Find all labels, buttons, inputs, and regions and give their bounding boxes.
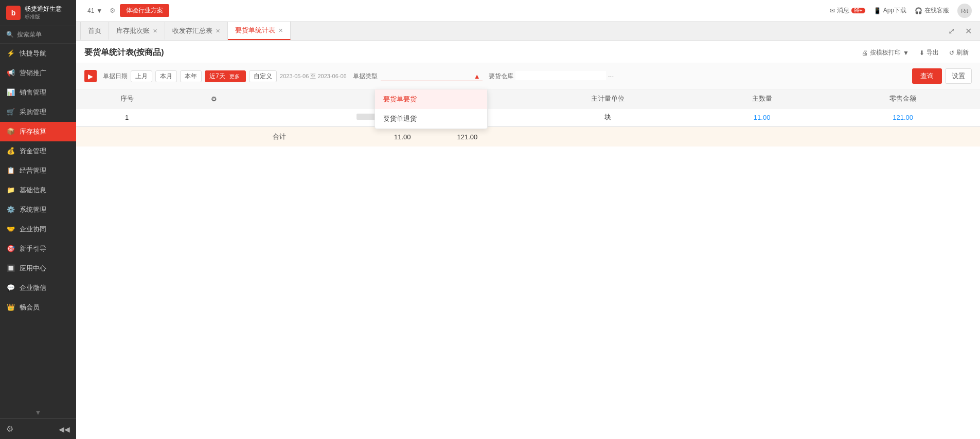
filter-type-label: 单据类型 <box>353 72 378 81</box>
query-button[interactable]: 查询 <box>912 68 942 84</box>
dropdown-item-label: 要货单要货 <box>383 95 417 103</box>
sidebar-item-marketing[interactable]: 📢 营销推广 <box>0 63 76 83</box>
sidebar-item-guide[interactable]: 🎯 新手引导 <box>0 239 76 259</box>
col-settings[interactable]: ⚙ <box>177 89 251 108</box>
tab-inventory-batch-close[interactable]: ✕ <box>153 28 157 34</box>
settings-button[interactable]: 设置 <box>945 68 972 84</box>
finance-icon: 💰 <box>6 147 15 156</box>
brand-sub: 标准版 <box>25 13 62 21</box>
messages-label: 消息 <box>837 6 849 15</box>
sidebar-item-operations[interactable]: 📋 经营管理 <box>0 161 76 180</box>
footer-amount: 121.00 <box>426 133 478 141</box>
sidebar-item-quick-nav[interactable]: ⚡ 快捷导航 <box>0 44 76 63</box>
topbar-settings-icon[interactable]: ⚙ <box>110 7 116 14</box>
marketing-icon: 📢 <box>6 68 15 78</box>
tab-order-stats[interactable]: 要货单统计表 ✕ <box>228 22 291 40</box>
trial-button[interactable]: 体验行业方案 <box>120 4 169 17</box>
tab-receipt-summary[interactable]: 收发存汇总表 ✕ <box>165 22 228 40</box>
sidebar-item-enterprise[interactable]: 🤝 企业协同 <box>0 220 76 239</box>
filter-type-input[interactable] <box>381 71 483 81</box>
filter-custom-btn[interactable]: 自定义 <box>249 70 277 82</box>
sidebar-item-inventory[interactable]: 📦 库存核算 <box>0 122 76 141</box>
data-table: 序号 ⚙ 商品 主计量单位 主数量 零售金额 1 <box>76 89 980 126</box>
sidebar-footer: ⚙ ◀◀ <box>0 418 76 439</box>
sidebar-item-purchase[interactable]: 🛒 采购管理 <box>0 102 76 122</box>
filter-warehouse-more[interactable]: ··· <box>608 72 614 80</box>
brand-name: 畅捷通好生意 <box>25 5 62 13</box>
scroll-indicator: ▼ <box>0 407 76 418</box>
sidebar-item-system[interactable]: ⚙️ 系统管理 <box>0 200 76 220</box>
sidebar-item-label: 畅会员 <box>20 303 40 312</box>
sales-icon: 📊 <box>6 88 15 97</box>
app-center-icon: 🔲 <box>6 264 15 273</box>
sidebar-settings-btn[interactable]: ⚙ <box>6 424 13 434</box>
filter-last-month-btn[interactable]: 上月 <box>131 70 152 82</box>
filter-date-group: 单据日期 上月 本月 本年 近7天 更多 自定义 2023-05-06 至 20… <box>103 70 347 82</box>
tab-close-all-btn[interactable]: ✕ <box>961 24 976 38</box>
app-download-label: App下载 <box>883 6 906 15</box>
table-wrapper: 序号 ⚙ 商品 主计量单位 主数量 零售金额 1 <box>76 89 980 126</box>
filter-warehouse-group: 要货仓库 ··· <box>489 71 614 81</box>
sidebar-collapse-btn[interactable]: ◀◀ <box>59 425 70 433</box>
amount-link[interactable]: 121.00 <box>893 114 913 121</box>
basic-info-icon: 📁 <box>6 186 15 195</box>
tab-expand-btn[interactable]: ⤢ <box>944 24 959 38</box>
dropdown-item-order-return[interactable]: 要货单退货 <box>375 109 487 129</box>
quantity-link[interactable]: 11.00 <box>754 114 771 121</box>
filter-bar: ▶ 单据日期 上月 本月 本年 近7天 更多 自定义 2023-05-06 至 … <box>76 63 980 89</box>
sidebar-item-member[interactable]: 👑 畅会员 <box>0 298 76 317</box>
filter-warehouse-input[interactable] <box>515 71 606 81</box>
refresh-btn[interactable]: ↺ 刷新 <box>946 47 972 59</box>
sidebar-item-label: 企业微信 <box>20 283 46 292</box>
filter-this-year-btn[interactable]: 本年 <box>180 70 202 82</box>
online-service-btn[interactable]: 🎧 在线客服 <box>915 6 949 15</box>
inventory-icon: 📦 <box>6 127 15 136</box>
export-label: 导出 <box>926 48 939 57</box>
table-header: 序号 ⚙ 商品 主计量单位 主数量 零售金额 <box>76 89 980 108</box>
tab-home[interactable]: 首页 <box>80 22 109 40</box>
sidebar-item-app-center[interactable]: 🔲 应用中心 <box>0 259 76 278</box>
tab-order-stats-close[interactable]: ✕ <box>278 27 283 34</box>
cell-settings <box>177 108 251 126</box>
sidebar-item-sales[interactable]: 📊 销售管理 <box>0 83 76 102</box>
filter-type-select-wrapper: ▲ <box>381 71 483 81</box>
dropdown-item-label: 要货单退货 <box>383 115 417 122</box>
export-btn[interactable]: ⬇ 导出 <box>916 47 942 59</box>
print-template-btn[interactable]: 🖨 按模板打印 ▼ <box>859 47 912 59</box>
chevron-down-icon: ▼ <box>903 49 909 57</box>
filter-last-7-days-btn[interactable]: 近7天 更多 <box>205 70 246 82</box>
tabs-bar: 首页 库存批次账 ✕ 收发存汇总表 ✕ 要货单统计表 ✕ ⤢ ✕ <box>76 22 980 41</box>
filter-date-range: 2023-05-06 至 2023-06-06 <box>280 72 347 80</box>
tab-actions: ⤢ ✕ <box>944 24 976 38</box>
table-footer: 合计 11.00 121.00 <box>76 126 980 147</box>
search-label: 搜索菜单 <box>17 30 42 39</box>
sidebar-item-label: 应用中心 <box>20 264 46 273</box>
operations-icon: 📋 <box>6 166 15 175</box>
col-amount: 零售金额 <box>826 89 980 108</box>
filter-this-month-btn[interactable]: 本月 <box>155 70 177 82</box>
tab-receipt-summary-close[interactable]: ✕ <box>216 28 220 34</box>
app-download-btn[interactable]: 📱 App下载 <box>874 6 906 15</box>
main-content: 41 ▼ ⚙ 体验行业方案 ✉ 消息 99+ 📱 App下载 🎧 在线客服 Ri… <box>76 0 980 439</box>
purchase-icon: 🛒 <box>6 107 15 117</box>
dropdown-item-order-goods[interactable]: 要货单要货 <box>375 89 487 109</box>
messages-btn[interactable]: ✉ 消息 99+ <box>830 6 865 15</box>
tenant-selector[interactable]: 41 ▼ <box>84 6 105 15</box>
footer-quantity: 11.00 <box>332 133 411 141</box>
tab-inventory-batch[interactable]: 库存批次账 ✕ <box>109 22 165 40</box>
sidebar-search[interactable]: 🔍 搜索菜单 <box>0 26 76 44</box>
search-icon: 🔍 <box>6 31 14 38</box>
cell-amount[interactable]: 121.00 <box>826 108 980 126</box>
export-icon: ⬇ <box>919 49 924 57</box>
messages-badge: 99+ <box>851 8 865 13</box>
table-row: 1 块 11.00 121.00 <box>76 108 980 126</box>
sidebar-item-label: 采购管理 <box>20 107 46 117</box>
sidebar-item-basic-info[interactable]: 📁 基础信息 <box>0 180 76 200</box>
sidebar-item-wechat[interactable]: 💬 企业微信 <box>0 278 76 298</box>
cell-quantity[interactable]: 11.00 <box>698 108 826 126</box>
user-avatar[interactable]: Rit <box>957 4 972 18</box>
sidebar-item-finance[interactable]: 💰 资金管理 <box>0 141 76 161</box>
sidebar-item-label: 销售管理 <box>20 88 46 97</box>
filter-toggle-btn[interactable]: ▶ <box>84 70 97 82</box>
message-icon: ✉ <box>830 7 835 14</box>
